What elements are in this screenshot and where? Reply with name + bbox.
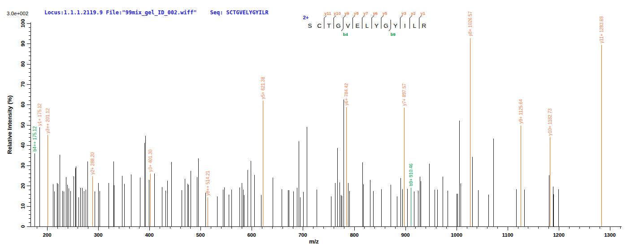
- y-ion-ladder-label: y2: [411, 11, 416, 16]
- peak-label: b9+ 910.46: [409, 163, 413, 186]
- x-axis-title: m/z: [309, 238, 319, 245]
- y-ion-ladder-label: y7: [363, 11, 368, 16]
- fragment-cleavage-mark: [362, 16, 365, 29]
- sequence-residue: Y: [374, 22, 379, 29]
- spectrum-plot: 0102030405060708090100200300400500600700…: [0, 0, 644, 252]
- sequence-residue: R: [422, 22, 426, 29]
- fragment-cleavage-mark: [389, 20, 391, 31]
- peak-label: y3+ 401.30: [148, 149, 153, 172]
- peak-label: y8++ 514.21: [205, 170, 210, 196]
- y-ion-ladder-label: y1: [421, 11, 426, 16]
- x-tick-label: 900: [401, 232, 409, 238]
- fragment-cleavage-mark: [410, 16, 412, 29]
- x-tick-label: 1200: [553, 232, 565, 238]
- y-tick-label: 30: [20, 163, 26, 169]
- fragment-cleavage-mark: [324, 16, 326, 29]
- x-tick-label: 400: [145, 232, 153, 238]
- sequence-residue: G: [383, 22, 388, 29]
- fragment-cleavage-mark: [352, 16, 355, 29]
- y-tick-label: 80: [20, 61, 26, 67]
- peak-label: y2+ 288.20: [90, 152, 95, 174]
- fragment-cleavage-mark: [372, 16, 374, 29]
- spectrum-viewer-page: Locus:1.1.1.2119.9 File:"99mix_gel_ID_00…: [0, 0, 644, 252]
- peak-label: y7+ 897.57: [402, 83, 407, 106]
- x-tick-label: 500: [196, 232, 205, 238]
- peak-label: y10+ 1182.73: [548, 109, 553, 136]
- y-ion-ladder-label: y6: [373, 11, 378, 16]
- sequence-residue: T: [327, 22, 331, 29]
- peak-label: y6+ 784.42: [344, 83, 349, 105]
- precursor-charge-label: 2+: [303, 15, 309, 20]
- peak-label: y3++ 201.12: [45, 108, 50, 133]
- y-tick-label: 100: [20, 19, 26, 27]
- fragment-cleavage-mark: [334, 16, 336, 29]
- sequence-residue: I: [404, 22, 406, 29]
- y-tick-label: 10: [20, 203, 26, 209]
- y-tick-label: 50: [20, 122, 26, 128]
- b-ion-ladder-label: b9: [391, 32, 396, 37]
- sequence-residue: E: [355, 22, 359, 29]
- y-tick-label: 90: [20, 41, 26, 47]
- sequence-residue: V: [346, 22, 350, 29]
- peak-label: y11+ 1283.69: [599, 16, 604, 43]
- fragment-cleavage-mark: [400, 16, 402, 29]
- sequence-residue: G: [336, 22, 341, 29]
- y-ion-ladder-label: y11: [324, 11, 331, 16]
- sequence-residue: L: [365, 22, 369, 29]
- sequence-residue: L: [413, 22, 416, 29]
- x-tick-label: 600: [247, 232, 256, 238]
- fragment-cleavage-mark: [419, 16, 422, 29]
- y-tick-label: 0: [20, 225, 26, 228]
- x-tick-label: 1000: [451, 232, 462, 238]
- peak-label: b4++ 175.12: [32, 126, 37, 152]
- y-tick-label: 40: [20, 142, 26, 148]
- y-ion-ladder-label: y8: [354, 11, 359, 16]
- y-tick-label: 70: [20, 82, 26, 87]
- b-ion-ladder-label: b4: [343, 32, 348, 37]
- y-ion-ladder-label: y3: [401, 11, 406, 16]
- peak-label: y1+ 175.12: [37, 103, 42, 126]
- fragment-cleavage-mark: [381, 16, 383, 29]
- sequence-residue: S: [308, 22, 312, 29]
- y-tick-label: 20: [20, 183, 26, 189]
- sequence-residue: Y: [393, 22, 397, 29]
- y-ion-ladder-label: y9: [344, 11, 349, 16]
- y-ion-ladder-label: y10: [334, 11, 341, 16]
- x-tick-label: 1300: [604, 232, 616, 238]
- peak-label: y9+ 1125.64: [518, 99, 523, 124]
- x-tick-label: 200: [43, 232, 51, 238]
- y-ion-ladder-label: y5: [383, 11, 387, 16]
- x-tick-label: 700: [298, 232, 307, 238]
- peak-label: y8+ 1026.57: [468, 11, 473, 36]
- x-tick-label: 1100: [502, 232, 513, 238]
- x-tick-label: 800: [350, 232, 358, 238]
- y-axis-title: Relative Intensity (%): [6, 96, 13, 154]
- fragment-cleavage-mark: [341, 16, 345, 31]
- peak-label: y5+ 621.38: [261, 77, 265, 99]
- y-tick-label: 60: [20, 102, 26, 108]
- x-tick-label: 300: [94, 232, 102, 238]
- sequence-residue: C: [317, 22, 322, 29]
